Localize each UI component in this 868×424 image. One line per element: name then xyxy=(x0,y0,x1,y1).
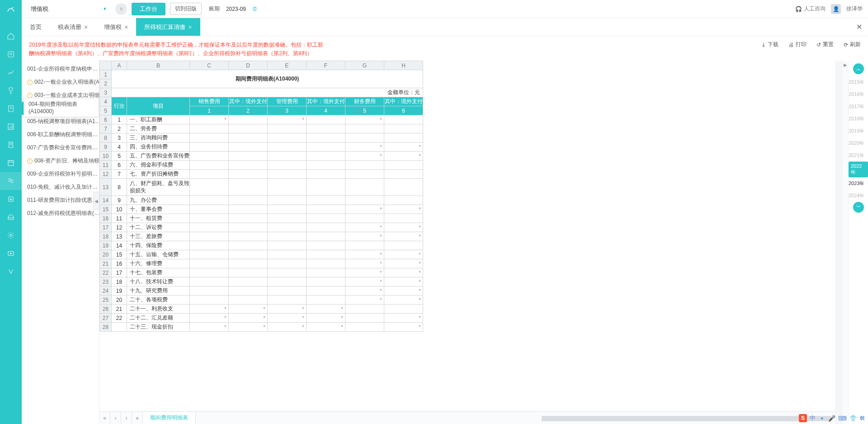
cell[interactable] xyxy=(307,152,345,161)
ime-punct-icon[interactable]: 🔹 xyxy=(818,415,826,422)
cell[interactable] xyxy=(190,259,229,268)
cell[interactable]: * xyxy=(190,305,229,314)
year-scroll-down[interactable]: ︾ xyxy=(853,202,864,213)
row-header[interactable]: 20 xyxy=(100,250,112,259)
cell[interactable]: 十六、修理费 xyxy=(127,259,190,268)
row-header[interactable]: 23 xyxy=(100,277,112,286)
cell[interactable] xyxy=(229,232,268,241)
nav-report-icon[interactable] xyxy=(0,118,22,136)
cell[interactable]: 10 xyxy=(112,205,127,214)
cell[interactable] xyxy=(307,161,345,170)
cell[interactable] xyxy=(190,223,229,232)
row-header[interactable]: 19 xyxy=(100,241,112,250)
cell[interactable] xyxy=(345,170,384,179)
reset-button[interactable]: ↺重置 xyxy=(816,41,834,48)
cell[interactable] xyxy=(190,133,229,143)
cell[interactable] xyxy=(190,205,229,214)
form-list-item[interactable]: 011-研发费用加计扣除优惠… xyxy=(22,194,99,207)
cell[interactable]: * xyxy=(384,250,423,259)
cell[interactable] xyxy=(268,223,307,232)
cell[interactable] xyxy=(307,205,345,214)
nav-calendar-icon[interactable] xyxy=(0,154,22,172)
cell[interactable]: * xyxy=(384,232,423,241)
form-list-item[interactable]: 012-减免所得税优惠明细表(… xyxy=(22,207,99,220)
cell[interactable] xyxy=(307,250,345,259)
col-header[interactable]: H xyxy=(384,61,423,70)
row-header[interactable]: 15 xyxy=(100,205,112,214)
sheet-nav-prev[interactable]: ‹ xyxy=(110,412,121,424)
cell[interactable] xyxy=(384,133,423,143)
cell[interactable]: * xyxy=(384,286,423,295)
year-item[interactable]: 2020年 xyxy=(849,137,868,149)
cell[interactable] xyxy=(268,124,307,133)
cell[interactable] xyxy=(268,179,307,196)
cell[interactable] xyxy=(307,223,345,232)
cell[interactable] xyxy=(384,124,423,133)
nav-settings-icon[interactable] xyxy=(0,226,22,244)
nav-analytics-icon[interactable] xyxy=(0,63,22,81)
cell[interactable]: * xyxy=(345,232,384,241)
row-header[interactable]: 7 xyxy=(100,124,112,133)
tab-close-icon[interactable]: × xyxy=(188,24,192,31)
cell[interactable]: 二十一、利息收支 xyxy=(127,305,190,314)
cell[interactable] xyxy=(345,305,384,314)
cell[interactable]: * xyxy=(384,205,423,214)
cell[interactable]: 9 xyxy=(112,196,127,205)
cell[interactable]: * xyxy=(229,314,268,323)
cell[interactable] xyxy=(307,241,345,250)
cell[interactable] xyxy=(268,232,307,241)
cell[interactable]: * xyxy=(190,115,229,124)
nav-tax-icon[interactable] xyxy=(0,172,22,190)
cell[interactable]: * xyxy=(190,314,229,323)
cell[interactable] xyxy=(190,170,229,179)
cell[interactable] xyxy=(229,133,268,143)
row-header[interactable]: 26 xyxy=(100,305,112,314)
cell[interactable]: 八、财产损耗、盘亏及毁损损失 xyxy=(127,179,190,196)
cell[interactable]: 七、资产折旧摊销费 xyxy=(127,170,190,179)
cell[interactable]: * xyxy=(345,268,384,277)
tab-close-icon[interactable]: × xyxy=(124,24,128,31)
col-header[interactable]: B xyxy=(127,61,190,70)
row-header[interactable]: 18 xyxy=(100,232,112,241)
cell[interactable]: * xyxy=(268,115,307,124)
form-list-item[interactable]: !002-一般企业收入明细表(A1… xyxy=(22,76,99,89)
cell[interactable]: 十八、技术转让费 xyxy=(127,277,190,286)
year-item[interactable]: 2021年 xyxy=(849,149,868,162)
cell[interactable] xyxy=(268,196,307,205)
row-header[interactable]: 2 xyxy=(100,79,112,88)
row-header[interactable]: 28 xyxy=(100,323,112,332)
ime-lang[interactable]: 中 xyxy=(810,414,816,422)
cell[interactable]: 十三、差旅费 xyxy=(127,232,190,241)
cell[interactable] xyxy=(384,241,423,250)
cell[interactable] xyxy=(229,259,268,268)
cell[interactable] xyxy=(190,124,229,133)
cell[interactable]: 二十二、汇兑差额 xyxy=(127,314,190,323)
cell[interactable] xyxy=(229,214,268,223)
cell[interactable]: 2 xyxy=(112,124,127,133)
form-list-item[interactable]: 007-广告费和业务宣传费跨… xyxy=(22,141,99,154)
download-button[interactable]: ⤓下载 xyxy=(761,41,778,48)
cell[interactable]: * xyxy=(345,259,384,268)
cell[interactable] xyxy=(345,196,384,205)
cell[interactable]: 三、咨询顾问费 xyxy=(127,133,190,143)
row-header[interactable]: 16 xyxy=(100,214,112,223)
cell[interactable] xyxy=(190,241,229,250)
cell[interactable] xyxy=(307,259,345,268)
nav-ledger-icon[interactable] xyxy=(0,45,22,63)
row-header[interactable]: 27 xyxy=(100,314,112,323)
cell[interactable] xyxy=(190,277,229,286)
cell[interactable] xyxy=(190,196,229,205)
cell[interactable]: 14 xyxy=(112,241,127,250)
cell[interactable]: * xyxy=(384,277,423,286)
tab-1[interactable]: 税表清册× xyxy=(50,18,96,36)
close-all-tabs-icon[interactable]: ✕ xyxy=(850,18,868,36)
cell[interactable]: * xyxy=(268,305,307,314)
cell[interactable] xyxy=(268,205,307,214)
cell[interactable]: 12 xyxy=(112,223,127,232)
nav-funds-icon[interactable] xyxy=(0,81,22,100)
year-item[interactable]: 2019年 xyxy=(849,125,868,137)
cell[interactable] xyxy=(229,161,268,170)
cell[interactable] xyxy=(307,196,345,205)
year-item[interactable]: 2018年 xyxy=(849,113,868,125)
cell[interactable] xyxy=(190,179,229,196)
